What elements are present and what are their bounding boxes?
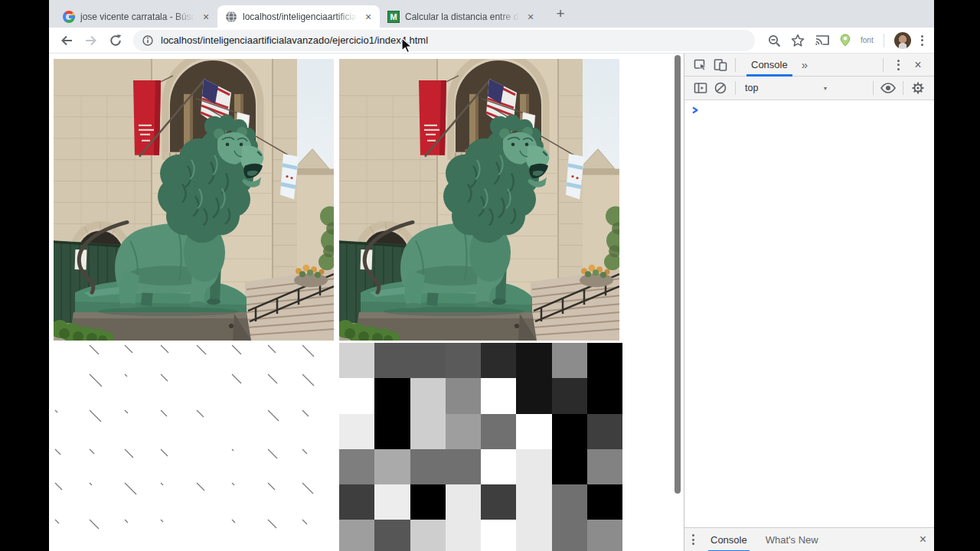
devtools-drawer: Console What's New × (684, 527, 934, 551)
gradient-stroke (232, 483, 234, 485)
gradient-stroke (302, 520, 307, 524)
tab-localhost-active[interactable]: localhost/inteligenciaartificiala × (217, 5, 380, 28)
grayscale-cell (446, 484, 481, 520)
tab-title: jose vicente carratala - Búsque (80, 11, 194, 22)
bookmark-star-icon[interactable] (791, 34, 805, 47)
lion-photo-right (339, 59, 619, 341)
devtools-tab-bar: Console » × (684, 54, 934, 77)
grayscale-cell (481, 484, 516, 520)
devtools-panel: Console » × top ▼ (684, 54, 934, 551)
grayscale-cell (339, 414, 374, 449)
clear-console-icon[interactable] (710, 79, 730, 97)
gradient-stroke (125, 345, 132, 353)
grayscale-cell (481, 449, 516, 484)
font-extension-label[interactable]: font (861, 36, 874, 44)
devtools-menu-icon[interactable] (888, 56, 908, 74)
console-sidebar-toggle-icon[interactable] (691, 79, 710, 97)
drawer-tab-console[interactable]: Console (708, 528, 750, 551)
new-tab-button[interactable]: + (550, 3, 571, 24)
reload-button[interactable] (106, 31, 126, 51)
drawer-menu-icon[interactable] (692, 534, 694, 545)
back-button[interactable] (57, 31, 77, 51)
grayscale-grid (339, 343, 622, 551)
browser-window: jose vicente carratala - Búsque × localh… (49, 0, 934, 551)
grayscale-cell (410, 414, 446, 449)
grayscale-cell (587, 378, 622, 413)
tab-title: localhost/inteligenciaartificiala (243, 11, 357, 22)
toolbar-right: font (767, 32, 923, 49)
grayscale-cell (516, 343, 551, 378)
devtools-separator (735, 81, 736, 95)
live-expression-eye-icon[interactable] (878, 79, 898, 97)
grayscale-cell (481, 343, 516, 378)
grayscale-cell (552, 520, 587, 551)
grayscale-cell (516, 449, 551, 484)
gradient-stroke (232, 374, 241, 383)
grayscale-cell (481, 378, 516, 413)
gradient-stroke (161, 483, 163, 485)
gradient-stroke (125, 410, 128, 413)
gradient-stroke (125, 374, 127, 377)
screen: jose vicente carratala - Búsque × localh… (0, 0, 980, 551)
grayscale-cell (339, 520, 374, 551)
device-toolbar-icon[interactable] (710, 56, 730, 74)
drawer-close-icon[interactable]: × (920, 533, 926, 546)
url-text: localhost/inteligenciaartificialavanzado… (161, 34, 428, 46)
profile-avatar[interactable] (894, 32, 911, 49)
zoom-out-icon[interactable] (767, 34, 781, 47)
gradient-stroke (197, 410, 204, 417)
grayscale-cell (552, 484, 587, 520)
gradient-stroke (302, 410, 309, 416)
gradient-stroke (55, 410, 57, 412)
tab-google-search[interactable]: jose vicente carratala - Búsque × (55, 5, 217, 28)
gradient-stroke (125, 520, 128, 523)
console-output[interactable] (684, 100, 934, 527)
grayscale-cell (587, 520, 622, 551)
grayscale-cell (410, 484, 446, 520)
grayscale-cell (339, 484, 374, 520)
address-bar[interactable]: localhost/inteligenciaartificialavanzado… (133, 30, 755, 51)
close-tab-icon[interactable]: × (524, 11, 537, 23)
console-toolbar: top ▼ (684, 77, 934, 100)
tab-article[interactable]: M Calcular la distancia entre dos × (380, 5, 542, 28)
gradient-stroke (55, 483, 62, 490)
gradient-stroke (232, 449, 234, 451)
google-favicon (63, 11, 75, 23)
gradient-stroke (161, 345, 168, 353)
cast-extension-icon[interactable] (815, 34, 830, 47)
grayscale-cell (552, 414, 587, 449)
more-tabs-icon[interactable]: » (802, 58, 808, 71)
grayscale-cell (374, 414, 410, 449)
grayscale-cell (516, 520, 551, 551)
grayscale-cell (587, 449, 622, 484)
devtools-tab-console[interactable]: Console (746, 54, 792, 77)
context-selector[interactable]: top (745, 83, 758, 93)
close-tab-icon[interactable]: × (200, 11, 212, 23)
devtools-close-icon[interactable]: × (908, 56, 928, 74)
page-info-icon[interactable] (142, 35, 153, 46)
devtools-separator (903, 81, 903, 95)
grayscale-cell (410, 520, 446, 551)
gradient-stroke (90, 345, 99, 354)
gradient-stroke (161, 520, 163, 522)
grayscale-cell (374, 378, 410, 413)
gradient-stroke (302, 345, 314, 357)
page-scrollbar[interactable] (675, 55, 681, 494)
gradient-stroke (268, 483, 275, 490)
chevron-down-icon[interactable]: ▼ (822, 86, 828, 91)
close-tab-icon[interactable]: × (362, 11, 374, 23)
drawer-tab-whats-new[interactable]: What's New (763, 528, 821, 551)
gradient-stroke (161, 410, 167, 416)
console-settings-gear-icon[interactable] (908, 79, 928, 97)
browser-menu-icon[interactable] (921, 35, 923, 46)
lion-photo-left (54, 59, 334, 341)
gradient-stroke (268, 410, 279, 421)
gradient-stroke (125, 483, 136, 494)
forward-button[interactable] (81, 31, 101, 51)
web-page (49, 54, 684, 551)
grayscale-cell (446, 414, 481, 449)
gradient-stroke (302, 374, 314, 386)
inspect-element-icon[interactable] (691, 56, 710, 74)
pin-extension-icon[interactable] (840, 34, 851, 47)
gradient-stroke (125, 449, 133, 458)
